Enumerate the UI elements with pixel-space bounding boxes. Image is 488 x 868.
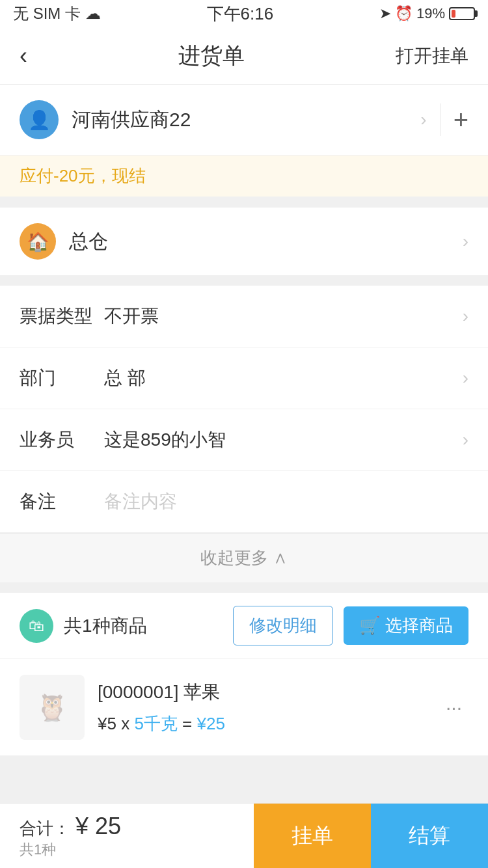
products-count: 共1种商品: [64, 614, 233, 638]
main-content: 👤 河南供应商22 › + 应付-20元，现结 🏠 总仓 › 票据类型 不开票 …: [0, 85, 488, 832]
invoice-type-row[interactable]: 票据类型 不开票 ›: [0, 286, 488, 347]
remark-placeholder: 备注内容: [104, 489, 468, 514]
price-equals: =: [182, 714, 197, 733]
status-time: 下午6:16: [207, 3, 274, 25]
department-value: 总 部: [104, 366, 463, 390]
select-product-label: 选择商品: [385, 614, 453, 637]
product-item: 🦉 [0000001] 苹果 ¥5 x 5千克 = ¥25 ···: [0, 659, 488, 756]
avatar-icon: 👤: [28, 109, 51, 131]
product-price: ¥5 x 5千克 = ¥25: [98, 712, 439, 735]
back-button[interactable]: ‹: [20, 42, 27, 70]
total-count: 共1种: [20, 840, 234, 860]
cart-icon: 🛒: [359, 616, 380, 636]
product-logo: 🦉: [36, 692, 68, 723]
footer-total: 合计： ¥ 25 共1种: [0, 804, 254, 868]
salesperson-value: 这是859的小智: [104, 427, 463, 452]
remark-label: 备注: [20, 489, 104, 514]
page-title: 进货单: [178, 41, 245, 71]
supplier-name: 河南供应商22: [72, 107, 420, 133]
warehouse-chevron-icon: ›: [463, 231, 468, 252]
products-icon: 🛍: [20, 609, 53, 643]
edit-detail-button[interactable]: 修改明细: [233, 606, 333, 645]
supplier-notice: 应付-20元，现结: [0, 156, 488, 197]
supplier-chevron-icon: ›: [420, 109, 426, 130]
department-row[interactable]: 部门 总 部 ›: [0, 347, 488, 409]
collapse-button[interactable]: 收起更多 ∧: [0, 533, 488, 582]
product-info: [0000001] 苹果 ¥5 x 5千克 = ¥25: [98, 680, 439, 735]
form-card: 票据类型 不开票 › 部门 总 部 › 业务员 这是859的小智 › 备注 备注…: [0, 286, 488, 582]
status-bar: 无 SIM 卡 ☁ 下午6:16 ➤ ⏰ 19%: [0, 0, 488, 27]
bag-icon: 🛍: [29, 617, 44, 635]
product-quantity: 5千克: [134, 714, 177, 733]
salesperson-chevron-icon: ›: [463, 429, 468, 450]
open-pending-button[interactable]: 打开挂单: [396, 44, 468, 68]
invoice-chevron-icon: ›: [463, 306, 468, 327]
warehouse-name: 总仓: [69, 228, 463, 255]
products-card: 🛍 共1种商品 修改明细 🛒 选择商品 🦉 [0000001] 苹果: [0, 593, 488, 756]
salesperson-row[interactable]: 业务员 这是859的小智 ›: [0, 409, 488, 471]
remark-row[interactable]: 备注 备注内容: [0, 471, 488, 533]
status-left: 无 SIM 卡 ☁: [13, 3, 101, 24]
product-thumbnail: 🦉: [20, 675, 85, 740]
supplier-card: 👤 河南供应商22 › + 应付-20元，现结: [0, 85, 488, 197]
department-chevron-icon: ›: [463, 368, 468, 388]
checkout-button[interactable]: 结算: [371, 804, 488, 868]
products-header: 🛍 共1种商品 修改明细 🛒 选择商品: [0, 593, 488, 659]
warehouse-icon: 🏠: [20, 223, 56, 260]
battery-icon: [449, 7, 475, 20]
product-unit-price: ¥5: [98, 714, 116, 733]
divider: [440, 103, 441, 136]
supplier-row[interactable]: 👤 河南供应商22 › +: [0, 85, 488, 156]
pending-button[interactable]: 挂单: [254, 804, 371, 868]
total-amount: ¥ 25: [75, 813, 121, 840]
salesperson-label: 业务员: [20, 427, 104, 452]
warehouse-symbol: 🏠: [27, 231, 49, 252]
invoice-type-label: 票据类型: [20, 304, 104, 329]
total-label: 合计：: [20, 817, 70, 840]
product-name: [0000001] 苹果: [98, 680, 439, 705]
status-right: ➤ ⏰ 19%: [379, 5, 475, 22]
supplier-avatar: 👤: [20, 100, 59, 139]
sim-status: 无 SIM 卡 ☁: [13, 3, 101, 24]
select-product-button[interactable]: 🛒 选择商品: [344, 606, 468, 645]
footer: 合计： ¥ 25 共1种 挂单 结算: [0, 803, 488, 868]
location-icon: ➤: [379, 5, 391, 22]
alarm-icon: ⏰: [395, 5, 413, 22]
battery-percent: 19%: [416, 5, 445, 22]
warehouse-row[interactable]: 🏠 总仓 ›: [0, 207, 488, 275]
department-label: 部门: [20, 366, 104, 390]
add-button[interactable]: +: [454, 105, 468, 135]
invoice-type-value: 不开票: [104, 304, 463, 329]
warehouse-card: 🏠 总仓 ›: [0, 207, 488, 275]
price-multiply: x: [121, 714, 134, 733]
product-more-button[interactable]: ···: [439, 690, 468, 725]
nav-bar: ‹ 进货单 打开挂单: [0, 27, 488, 85]
product-total: ¥25: [197, 714, 225, 733]
